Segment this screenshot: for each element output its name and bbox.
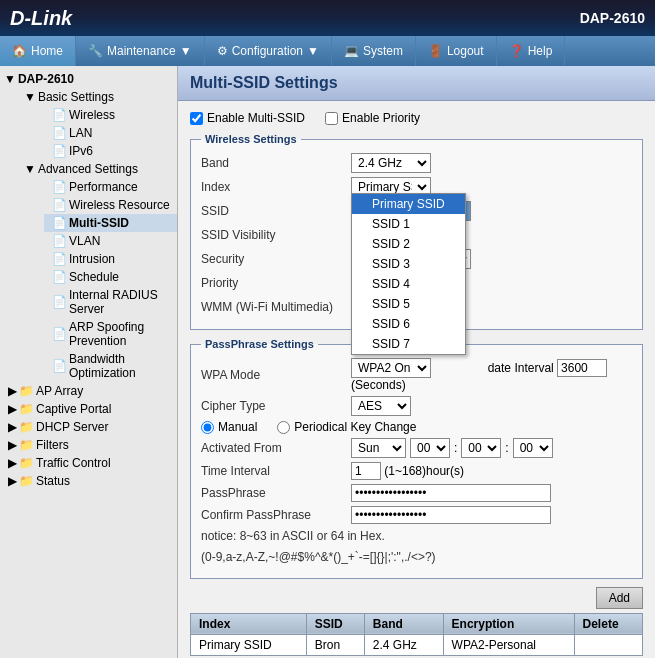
dropdown-item-ssid3[interactable]: SSID 3	[352, 254, 465, 274]
enable-priority-text: Enable Priority	[342, 111, 420, 125]
sidebar-wireless-label: Wireless	[69, 108, 115, 122]
nav-home[interactable]: 🏠 Home	[0, 36, 76, 66]
page-icon: 📄	[52, 270, 67, 284]
sidebar-item-intrusion[interactable]: 📄 Intrusion	[44, 250, 177, 268]
cell-index: Primary SSID	[191, 634, 307, 655]
sidebar-item-radius[interactable]: 📄 Internal RADIUS Server	[44, 286, 177, 318]
sidebar-item-wireless[interactable]: 📄 Wireless	[44, 106, 177, 124]
dropdown-item-ssid6[interactable]: SSID 6	[352, 314, 465, 334]
sidebar-item-multi-ssid[interactable]: 📄 Multi-SSID	[44, 214, 177, 232]
cipher-select[interactable]: AES	[351, 396, 411, 416]
update-interval-input[interactable]	[557, 359, 607, 377]
nav-maintenance[interactable]: 🔧 Maintenance ▼	[76, 36, 205, 66]
dropdown-item-ssid4[interactable]: SSID 4	[352, 274, 465, 294]
enable-multi-ssid-checkbox[interactable]	[190, 112, 203, 125]
sidebar-filters-label: Filters	[36, 438, 69, 452]
passphrase-row: PassPhrase	[201, 484, 632, 502]
dropdown-item-ssid1[interactable]: SSID 1	[352, 214, 465, 234]
sidebar-item-wireless-resource[interactable]: 📄 Wireless Resource	[44, 196, 177, 214]
wpa-mode-label: WPA Mode	[201, 368, 351, 382]
minute-select[interactable]: 00	[461, 438, 501, 458]
sidebar: ▼ DAP-2610 ▼ Basic Settings 📄 Wireless 📄…	[0, 66, 178, 658]
dropdown-item-ssid5[interactable]: SSID 5	[352, 294, 465, 314]
cell-ssid: Bron	[306, 634, 364, 655]
manual-radio-label[interactable]: Manual	[201, 420, 257, 434]
sidebar-item-performance[interactable]: 📄 Performance	[44, 178, 177, 196]
expand-ap-icon: ▶	[8, 384, 17, 398]
cipher-type-control: AES	[351, 396, 632, 416]
ssid-table: Index SSID Band Encryption Delete Primar…	[190, 613, 643, 656]
expand-filters-icon: ▶	[8, 438, 17, 452]
band-label: Band	[201, 156, 351, 170]
sidebar-basic-label: Basic Settings	[38, 90, 114, 104]
expand-basic-icon: ▼	[24, 90, 36, 104]
wpa-mode-select[interactable]: WPA2 On	[351, 358, 431, 378]
sidebar-item-ipv6[interactable]: 📄 IPv6	[44, 142, 177, 160]
notice-line2: (0-9,a-z,A-Z,~!@#$%^&*()_+`-=[]{}|;':",.…	[201, 549, 632, 566]
nav-home-label: Home	[31, 44, 63, 58]
sidebar-item-filters[interactable]: ▶ 📁 Filters	[0, 436, 177, 454]
time-interval-label: Time Interval	[201, 464, 351, 478]
main-content: Multi-SSID Settings Enable Multi-SSID En…	[178, 66, 655, 658]
sidebar-advanced-settings[interactable]: ▼ Advanced Settings	[16, 160, 177, 178]
passphrase-label: PassPhrase	[201, 486, 351, 500]
time-interval-input[interactable]	[351, 462, 381, 480]
sidebar-advanced-label: Advanced Settings	[38, 162, 138, 176]
configuration-arrow-icon: ▼	[307, 44, 319, 58]
band-select[interactable]: 2.4 GHz 5 GHz	[351, 153, 431, 173]
table-row: Primary SSID Bron 2.4 GHz WPA2-Personal	[191, 634, 643, 655]
nav-logout[interactable]: 🚪 Logout	[416, 36, 497, 66]
passphrase-settings-fieldset: PassPhrase Settings WPA Mode WPA2 On dat…	[190, 338, 643, 579]
manual-radio[interactable]	[201, 421, 214, 434]
periodical-radio[interactable]	[277, 421, 290, 434]
nav-maintenance-label: Maintenance	[107, 44, 176, 58]
help-icon: ❓	[509, 44, 524, 58]
nav-help[interactable]: ❓ Help	[497, 36, 566, 66]
time-interval-row: Time Interval (1~168)hour(s)	[201, 462, 632, 480]
passphrase-settings-legend: PassPhrase Settings	[201, 338, 318, 350]
sidebar-item-status[interactable]: ▶ 📁 Status	[0, 472, 177, 490]
sidebar-item-ap-array[interactable]: ▶ 📁 AP Array	[0, 382, 177, 400]
key-mode-row: Manual Periodical Key Change	[201, 420, 632, 434]
folder-icon: 📁	[19, 438, 34, 452]
index-dropdown[interactable]: Primary SSID SSID 1 SSID 2 SSID 3 SSID 4…	[351, 193, 466, 355]
sidebar-item-dhcp[interactable]: ▶ 📁 DHCP Server	[0, 418, 177, 436]
sidebar-item-lan[interactable]: 📄 LAN	[44, 124, 177, 142]
system-icon: 💻	[344, 44, 359, 58]
confirm-passphrase-label: Confirm PassPhrase	[201, 508, 351, 522]
nav-system[interactable]: 💻 System	[332, 36, 416, 66]
nav-system-label: System	[363, 44, 403, 58]
dropdown-item-ssid7[interactable]: SSID 7	[352, 334, 465, 354]
time-interval-control: (1~168)hour(s)	[351, 462, 632, 480]
hour-select[interactable]: 00	[410, 438, 450, 458]
enable-priority-label[interactable]: Enable Priority	[325, 111, 420, 125]
cipher-type-row: Cipher Type AES	[201, 396, 632, 416]
sidebar-basic-settings[interactable]: ▼ Basic Settings	[16, 88, 177, 106]
cell-encryption: WPA2-Personal	[443, 634, 574, 655]
sidebar-ipv6-label: IPv6	[69, 144, 93, 158]
sidebar-item-captive-portal[interactable]: ▶ 📁 Captive Portal	[0, 400, 177, 418]
second-select[interactable]: 00	[513, 438, 553, 458]
ssid-label: SSID	[201, 204, 351, 218]
day-select[interactable]: SunMonTue	[351, 438, 406, 458]
confirm-passphrase-input[interactable]	[351, 506, 551, 524]
sidebar-item-vlan[interactable]: 📄 VLAN	[44, 232, 177, 250]
add-button[interactable]: Add	[596, 587, 643, 609]
sidebar-item-arp[interactable]: 📄 ARP Spoofing Prevention	[44, 318, 177, 350]
sidebar-item-traffic[interactable]: ▶ 📁 Traffic Control	[0, 454, 177, 472]
sidebar-item-bandwidth[interactable]: 📄 Bandwidth Optimization	[44, 350, 177, 382]
enable-priority-checkbox[interactable]	[325, 112, 338, 125]
sidebar-captive-label: Captive Portal	[36, 402, 111, 416]
sidebar-item-schedule[interactable]: 📄 Schedule	[44, 268, 177, 286]
enable-multi-ssid-label[interactable]: Enable Multi-SSID	[190, 111, 305, 125]
sidebar-root[interactable]: ▼ DAP-2610	[0, 70, 177, 88]
sidebar-group-advanced: ▼ Advanced Settings 📄 Performance 📄 Wire…	[0, 160, 177, 382]
dropdown-item-primary[interactable]: Primary SSID	[352, 194, 465, 214]
periodical-radio-label[interactable]: Periodical Key Change	[277, 420, 416, 434]
dropdown-item-ssid2[interactable]: SSID 2	[352, 234, 465, 254]
nav-configuration[interactable]: ⚙ Configuration ▼	[205, 36, 332, 66]
band-row: Band 2.4 GHz 5 GHz	[201, 153, 632, 173]
passphrase-input[interactable]	[351, 484, 551, 502]
expand-dhcp-icon: ▶	[8, 420, 17, 434]
configuration-icon: ⚙	[217, 44, 228, 58]
